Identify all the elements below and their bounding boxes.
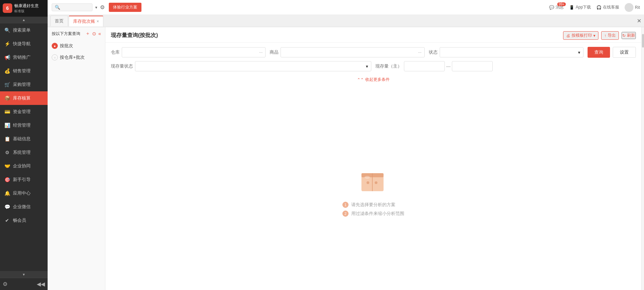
app-download-label: App下载 — [576, 4, 591, 10]
user-avatar-btn[interactable]: Rit — [625, 3, 640, 12]
footer-settings-icon[interactable]: ⚙ — [3, 281, 7, 287]
message-icon: 💬 — [549, 5, 554, 10]
sidebar-header: 6 畅康通好生意 标准版 — [0, 0, 48, 17]
hint-num-2: 2 — [342, 211, 349, 217]
sidebar-item-guide[interactable]: 🎯新手引导 — [0, 173, 48, 186]
inventory-status-group: 现存量状态 ▾ — [111, 61, 371, 71]
right-scrollbar[interactable] — [641, 27, 644, 290]
sidebar-item-wechat[interactable]: 💬企业微信 — [0, 200, 48, 214]
online-service-btn[interactable]: 🎧 在线客服 — [596, 4, 619, 10]
sidebar-footer: ⚙ ◀◀ — [0, 278, 48, 290]
sidebar-item-enterprise[interactable]: 🤝企业协同 — [0, 159, 48, 173]
hint-num-1: 1 — [342, 202, 349, 208]
page-header-actions: 🖨 按模板打印 ▾ ↑ 导出 ↻ 刷新 — [563, 31, 636, 40]
sidebar-item-member[interactable]: ✔畅会员 — [0, 214, 48, 227]
sidebar-label-purchase: 采购管理 — [13, 81, 31, 88]
scroll-up-arrow[interactable]: ▲ — [0, 17, 48, 23]
search-icon: 🔍 — [55, 5, 60, 10]
add-scheme-icon[interactable]: ＋ — [85, 31, 90, 37]
print-dropdown-icon[interactable]: ▾ — [593, 33, 595, 38]
app-name: 畅康通好生意 — [14, 3, 39, 9]
filter-row-2: 现存量状态 ▾ 现存量（主） — — [111, 61, 636, 71]
system-icon: ⚙ — [4, 149, 10, 156]
collapse-up-icon: ⌃⌃ — [357, 77, 364, 82]
sidebar-item-shortcut[interactable]: ⚡快捷导航 — [0, 37, 48, 51]
purchase-icon: 🛒 — [4, 81, 10, 88]
scroll-down-arrow[interactable]: ▼ — [0, 271, 48, 278]
print-btn[interactable]: 🖨 按模板打印 ▾ — [563, 31, 598, 40]
inventory-icon: 📦 — [4, 95, 10, 101]
header-search-box[interactable]: 🔍 — [52, 3, 92, 11]
app-download-icon: 📱 — [569, 5, 574, 10]
product-filter-input[interactable]: ··· — [281, 47, 424, 57]
sidebar-item-sales[interactable]: 💰销售管理 — [0, 64, 48, 78]
warehouse-filter-group: 仓库 ··· — [111, 47, 266, 57]
hint-item-2: 2 用过滤条件来缩小分析范围 — [342, 211, 404, 217]
tab-home[interactable]: 首页 — [50, 16, 68, 26]
top-header: 🔍 ▾ ⚙ 体验行业方案 💬 消息 99+ 📱 App下载 🎧 在线客服 Rit — [48, 0, 644, 15]
query-btn[interactable]: 查询 — [588, 47, 610, 58]
sidebar-item-app_center[interactable]: 🔔应用中心 — [0, 186, 48, 200]
inventory-status-select[interactable]: ▾ — [135, 61, 371, 71]
messages-btn[interactable]: 💬 消息 99+ — [549, 4, 564, 10]
warehouse-more-icon[interactable]: ··· — [259, 50, 262, 55]
collapse-row[interactable]: ⌃⌃ 收起更多条件 — [111, 75, 636, 85]
refresh-btn[interactable]: ↻ 刷新 — [622, 32, 636, 39]
sidebar-item-purchase[interactable]: 🛒采购管理 — [0, 78, 48, 91]
sidebar-item-finance[interactable]: 💳资金管理 — [0, 105, 48, 119]
sidebar-label-basic: 基础信息 — [13, 136, 31, 142]
batch-scheme-label: 按批次 — [60, 43, 73, 49]
app_center-icon: 🔔 — [4, 190, 10, 196]
warehouse_batch-scheme-label: 按仓库+批次 — [60, 54, 85, 60]
product-more-icon[interactable]: ··· — [418, 50, 422, 55]
sidebar-item-search[interactable]: 🔍搜索菜单 — [0, 23, 48, 37]
sales-icon: 💰 — [4, 68, 10, 74]
trial-btn[interactable]: 体验行业方案 — [109, 3, 141, 12]
sidebar-label-finance: 资金管理 — [13, 109, 31, 115]
scheme-settings-icon[interactable]: ⊙ — [92, 31, 96, 36]
header-dropdown-btn[interactable]: ▾ — [95, 5, 97, 10]
messages-badge: 99+ — [557, 2, 566, 6]
sidebar-label-marketing: 营销推广 — [13, 54, 31, 60]
header-settings-icon[interactable]: ⚙ — [100, 4, 105, 11]
filter-row-1: 仓库 ··· 商品 ··· 状态 — [111, 47, 636, 58]
warehouse-filter-input[interactable]: ··· — [122, 47, 266, 57]
sidebar-label-shortcut: 快捷导航 — [13, 41, 31, 47]
sidebar-item-marketing[interactable]: 📢营销推广 — [0, 51, 48, 64]
scheme-item-batch[interactable]: ●按批次 — [48, 40, 105, 52]
collapse-panel-icon[interactable]: « — [98, 31, 101, 36]
qty-to-input[interactable] — [452, 61, 493, 71]
tab-bar-right: ✕ — [637, 18, 641, 24]
scheme-item-warehouse_batch[interactable]: ○按仓库+批次 — [48, 52, 105, 63]
footer-collapse-icon[interactable]: ◀◀ — [37, 281, 45, 287]
app-logo: 6 — [3, 3, 12, 13]
sidebar-item-inventory[interactable]: 📦库存核算 — [0, 91, 48, 105]
inv-status-dropdown-icon: ▾ — [366, 64, 368, 69]
content-area: 按以下方案查询 ＋ ⊙ « ●按批次○按仓库+批次 现存量查询(按批次) 🖨 按 — [48, 27, 644, 290]
guide-icon: 🎯 — [4, 177, 10, 183]
filter-settings-btn[interactable]: 设置 — [613, 47, 636, 58]
sidebar-item-system[interactable]: ⚙系统管理 — [0, 146, 48, 159]
svg-point-4 — [375, 181, 377, 184]
enterprise-icon: 🤝 — [4, 163, 10, 169]
status-filter-select[interactable]: ▾ — [440, 47, 583, 57]
finance-icon: 💳 — [4, 109, 10, 115]
sidebar-item-operation[interactable]: 📊经营管理 — [0, 119, 48, 132]
sidebar-label-system: 系统管理 — [13, 149, 31, 156]
header-search-input[interactable] — [62, 5, 89, 10]
headset-icon: 🎧 — [596, 5, 601, 10]
app-download-btn[interactable]: 📱 App下载 — [569, 4, 591, 10]
tab-inventory-batch[interactable]: 库存批次账 × — [69, 16, 103, 26]
product-filter-group: 商品 ··· — [270, 47, 424, 57]
tab-bar-close-icon[interactable]: ✕ — [637, 18, 641, 24]
sidebar-item-basic[interactable]: 📋基础信息 — [0, 132, 48, 146]
scheme-list: ●按批次○按仓库+批次 — [48, 40, 105, 290]
sidebar-label-search: 搜索菜单 — [13, 27, 31, 33]
sidebar-label-sales: 销售管理 — [13, 68, 31, 74]
empty-svg — [356, 162, 390, 196]
export-btn[interactable]: ↑ 导出 — [601, 31, 619, 40]
sidebar-label-wechat: 企业微信 — [13, 204, 31, 210]
tab-close-icon[interactable]: × — [97, 19, 99, 23]
user-avatar — [625, 3, 633, 12]
qty-from-input[interactable] — [404, 61, 445, 71]
